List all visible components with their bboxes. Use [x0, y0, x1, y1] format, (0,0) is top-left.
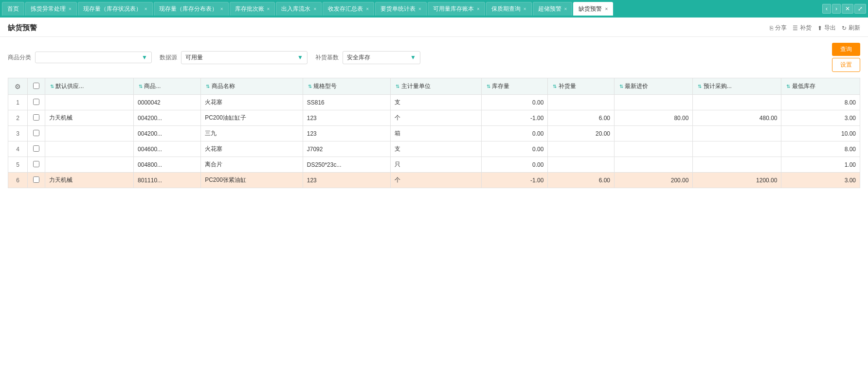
sort-spec-icon[interactable]: ⇅	[308, 84, 312, 89]
row-checkbox-cell[interactable]	[28, 173, 45, 188]
row-spec: J7092	[303, 141, 391, 157]
row-checkbox[interactable]	[33, 114, 39, 121]
row-checkbox-cell[interactable]	[28, 157, 45, 173]
sort-unit-icon[interactable]: ⇅	[396, 84, 399, 89]
select-all-checkbox[interactable]	[33, 83, 39, 89]
row-checkbox-cell[interactable]	[28, 126, 45, 141]
row-checkbox[interactable]	[33, 176, 39, 183]
row-est-purchase: 1200.00	[693, 173, 781, 188]
tab-close-all-button[interactable]: ✕	[842, 4, 853, 14]
refresh-button[interactable]: ↻ 刷新	[842, 24, 860, 32]
row-est-purchase	[693, 141, 781, 157]
close-shortage-tab[interactable]: ×	[605, 6, 608, 12]
row-checkbox-cell[interactable]	[28, 110, 45, 126]
row-latest-price	[615, 95, 693, 110]
row-stock: 0.00	[481, 126, 548, 141]
datasource-value: 可用量	[185, 53, 203, 62]
close-demand-tab[interactable]: ×	[418, 6, 421, 12]
sort-replenish-icon[interactable]: ⇅	[553, 84, 557, 89]
replenish-arrow-icon: ▼	[410, 54, 416, 61]
tab-demand[interactable]: 要货单统计表 ×	[375, 2, 427, 16]
row-product-name: 火花塞	[201, 95, 303, 110]
col-spec: ⇅ 规格型号	[303, 78, 391, 95]
sort-code-icon[interactable]: ⇅	[139, 84, 143, 89]
close-exception-tab[interactable]: ×	[69, 6, 72, 12]
category-filter-group: 商品分类 ▼	[8, 52, 152, 63]
col-checkbox[interactable]	[28, 78, 45, 95]
datasource-select[interactable]: 可用量 ▼	[181, 51, 307, 64]
tab-expiry[interactable]: 保质期查询 ×	[486, 2, 532, 16]
query-button[interactable]: 查询	[832, 43, 860, 56]
tab-restore-button[interactable]: ⤢	[854, 4, 866, 14]
refresh-icon: ↻	[842, 25, 847, 32]
tab-shortage[interactable]: 缺货预警 ×	[573, 2, 613, 16]
close-inventory-dist-tab[interactable]: ×	[220, 6, 223, 12]
row-product-name: 三九	[201, 126, 303, 141]
table-row: 3 004200... 三九 123 箱 0.00 20.00 10.00	[8, 126, 860, 141]
row-min-stock: 10.00	[781, 126, 860, 141]
close-available-tab[interactable]: ×	[477, 6, 480, 12]
table-header-row: ⚙ ⇅ 默认供应... ⇅ 商品... ⇅ 商品名称	[8, 78, 860, 95]
row-min-stock: 3.00	[781, 110, 860, 126]
close-expiry-tab[interactable]: ×	[524, 6, 526, 12]
tab-controls: ‹ › ✕ ⤢	[821, 4, 866, 14]
tab-batch[interactable]: 库存批次账 ×	[230, 2, 275, 16]
col-settings[interactable]: ⚙	[8, 78, 28, 95]
row-checkbox-cell[interactable]	[28, 95, 45, 110]
row-stock: 0.00	[481, 141, 548, 157]
table-row: 1 0000042 火花塞 SS816 支 0.00 8.00	[8, 95, 860, 110]
col-default-supplier: ⇅ 默认供应...	[45, 78, 134, 95]
share-button[interactable]: ⎘ 分享	[770, 24, 787, 32]
tab-exception[interactable]: 拣货异常处理 ×	[25, 2, 77, 16]
close-batch-tab[interactable]: ×	[267, 6, 270, 12]
sort-min-icon[interactable]: ⇅	[786, 84, 790, 89]
table-row: 4 004600... 火花塞 J7092 支 0.00 8.00	[8, 141, 860, 157]
tab-inventory-status[interactable]: 现存量（库存状况表） ×	[78, 2, 153, 16]
tab-collect[interactable]: 收发存汇总表 ×	[323, 2, 374, 16]
category-label: 商品分类	[8, 53, 31, 62]
close-overstock-tab[interactable]: ×	[564, 6, 567, 12]
col-unit: ⇅ 主计量单位	[391, 78, 481, 95]
close-inventory-status-tab[interactable]: ×	[145, 6, 147, 12]
tab-overstock[interactable]: 超储预警 ×	[533, 2, 573, 16]
row-spec: 123	[303, 173, 391, 188]
datasource-label: 数据源	[160, 53, 177, 62]
settings-button[interactable]: 设置	[832, 58, 860, 72]
row-num: 5	[8, 157, 28, 173]
export-button[interactable]: ⬆ 导出	[817, 24, 836, 32]
row-supplier	[45, 95, 134, 110]
row-checkbox[interactable]	[33, 161, 39, 167]
gear-icon[interactable]: ⚙	[15, 83, 21, 90]
tab-home[interactable]: 首页	[2, 2, 24, 16]
row-latest-price	[615, 126, 693, 141]
replenish-value: 安全库存	[347, 53, 370, 62]
row-checkbox[interactable]	[33, 145, 39, 152]
sort-stock-icon[interactable]: ⇅	[487, 84, 490, 89]
sort-price-icon[interactable]: ⇅	[619, 84, 623, 89]
close-flow-tab[interactable]: ×	[313, 6, 316, 12]
row-spec: 123	[303, 110, 391, 126]
replenish-label: 补货基数	[315, 53, 339, 62]
row-product-code: 004200...	[134, 126, 201, 141]
row-num: 2	[8, 110, 28, 126]
row-stock: 0.00	[481, 157, 548, 173]
sort-supplier-icon[interactable]: ⇅	[50, 84, 54, 89]
row-replenish-qty	[548, 95, 615, 110]
sort-est-icon[interactable]: ⇅	[698, 84, 702, 89]
tab-inventory-dist[interactable]: 现存量（库存分布表） ×	[154, 2, 229, 16]
replenish-button[interactable]: ☰ 补货	[793, 24, 812, 32]
tab-available[interactable]: 可用量库存账本 ×	[428, 2, 485, 16]
close-collect-tab[interactable]: ×	[366, 6, 369, 12]
category-select[interactable]: ▼	[35, 52, 152, 63]
sort-name-icon[interactable]: ⇅	[206, 84, 210, 89]
row-checkbox[interactable]	[33, 130, 39, 136]
tab-prev-button[interactable]: ‹	[822, 4, 831, 14]
row-supplier	[45, 126, 134, 141]
row-checkbox-cell[interactable]	[28, 141, 45, 157]
row-unit: 只	[391, 157, 481, 173]
row-checkbox[interactable]	[33, 99, 39, 105]
tab-flow[interactable]: 出入库流水 ×	[276, 2, 322, 16]
row-product-name: 火花塞	[201, 141, 303, 157]
tab-next-button[interactable]: ›	[832, 4, 841, 14]
replenish-select[interactable]: 安全库存 ▼	[343, 51, 420, 64]
